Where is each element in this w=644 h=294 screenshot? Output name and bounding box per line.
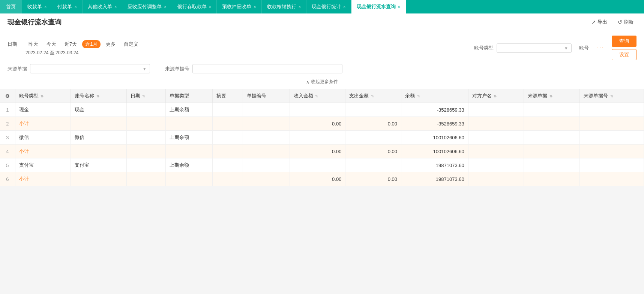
col-account-type[interactable]: 账号类型 ⇅ (15, 89, 71, 103)
nav-tab-close-1[interactable]: × (74, 4, 77, 9)
col-date[interactable]: 日期 ⇅ (126, 89, 165, 103)
nav-tab-8[interactable]: 现金银行流水查询 × (351, 0, 406, 13)
table-row[interactable]: 3微信微信上期余额100102606.60 (0, 131, 644, 145)
col-counterparty[interactable]: 对方户名 ⇅ (468, 89, 524, 103)
source-doc-select[interactable]: ▾ (30, 64, 150, 73)
collapse-label: 收起更多条件 (311, 79, 338, 85)
sort-date-icon: ⇅ (142, 94, 145, 98)
cell-summary (212, 158, 243, 172)
query-button[interactable]: 查询 (612, 36, 636, 47)
source-doc-num-input[interactable] (192, 64, 342, 73)
nav-tab-close-5[interactable]: × (254, 4, 256, 9)
cell-num: 5 (0, 158, 15, 172)
cell-date (126, 131, 165, 145)
cell-expense: 0.00 (345, 117, 401, 131)
nav-tab-close-2[interactable]: × (114, 4, 117, 9)
nav-tab-close-0[interactable]: × (44, 4, 47, 9)
table-row[interactable]: 2小计0.000.00-3528659.33 (0, 117, 644, 131)
col-source-doc-no[interactable]: 来源单据号 ⇅ (579, 89, 644, 103)
date-opt-more[interactable]: 更多 (103, 40, 119, 48)
export-button[interactable]: ↗ 导出 (588, 17, 610, 27)
nav-tab-close-3[interactable]: × (164, 4, 166, 9)
nav-tab-close-6[interactable]: × (299, 4, 301, 9)
nav-tab-7[interactable]: 现金银行统计 × (306, 0, 351, 13)
col-counterparty-label: 对方户名 (472, 93, 492, 98)
collapse-filter-bar[interactable]: ∧ 收起更多条件 (8, 77, 636, 86)
cell-counterparty (468, 158, 524, 172)
col-doc-type[interactable]: 单据类型 (165, 89, 212, 103)
nav-home[interactable]: 首页 (0, 0, 22, 13)
col-income[interactable]: 收入金额 ⇅ (290, 89, 345, 103)
cell-expense: 0.00 (345, 172, 401, 186)
settings-button[interactable]: 设置 (612, 49, 636, 60)
cell-doc-type: 上期余额 (165, 103, 212, 117)
nav-tab-close-4[interactable]: × (209, 4, 211, 9)
nav-tab-label-2: 其他收入单 (88, 3, 112, 10)
table-row[interactable]: 1现金现金上期余额-3528659.33 (0, 103, 644, 117)
export-label: 导出 (597, 19, 607, 25)
col-balance-label: 余额 (405, 93, 415, 98)
col-doc-no[interactable]: 单据编号 (243, 89, 290, 103)
col-summary[interactable]: 摘要 (212, 89, 243, 103)
nav-tab-6[interactable]: 收款核销执行 × (262, 0, 306, 13)
account-ellipsis-button[interactable]: ··· (597, 45, 604, 51)
date-opt-custom[interactable]: 自定义 (121, 40, 141, 48)
cell-balance: 100102606.60 (401, 145, 468, 158)
cell-date (126, 103, 165, 117)
sort-balance-icon: ⇅ (417, 94, 420, 98)
col-income-label: 收入金额 (294, 93, 313, 98)
nav-tab-close-8[interactable]: × (398, 4, 400, 9)
col-source-doc[interactable]: 来源单据 ⇅ (524, 89, 580, 103)
table-row[interactable]: 5支付宝支付宝上期余额19871073.60 (0, 158, 644, 172)
nav-tab-4[interactable]: 银行存取款单 × (172, 0, 217, 13)
nav-tab-0[interactable]: 收款单 × (22, 0, 52, 13)
col-balance[interactable]: 余额 ⇅ (401, 89, 468, 103)
col-doc-no-label: 单据编号 (247, 93, 266, 98)
date-opt-1month[interactable]: 近1月 (82, 40, 101, 48)
nav-tab-label-0: 收款单 (27, 3, 42, 10)
chevron-down-icon: ▾ (565, 45, 567, 51)
table-row[interactable]: 4小计0.000.00100102606.60 (0, 145, 644, 158)
nav-tab-close-7[interactable]: × (343, 4, 345, 9)
cell-num: 3 (0, 131, 15, 145)
cell-source-doc-no (579, 103, 644, 117)
nav-tab-5[interactable]: 预收冲应收单 × (217, 0, 261, 13)
nav-tab-label-4: 银行存取款单 (177, 3, 207, 10)
cell-account-name: 支付宝 (71, 158, 127, 172)
nav-tab-label-3: 应收应付调整单 (128, 3, 162, 10)
date-opt-today[interactable]: 今天 (44, 40, 59, 48)
nav-tab-1[interactable]: 付款单 × (52, 0, 82, 13)
cell-summary (212, 103, 243, 117)
cell-doc-type: 上期余额 (165, 158, 212, 172)
date-options: 昨天 今天 近7天 近1月 更多 自定义 (26, 40, 141, 48)
cell-counterparty (468, 145, 524, 158)
cell-account-name (71, 145, 127, 158)
data-table: ⚙ 账号类型 ⇅ 账号名称 ⇅ 日期 ⇅ 单据类型 摘要 (0, 89, 644, 186)
cell-expense (345, 103, 401, 117)
cell-account-type: 支付宝 (15, 158, 71, 172)
table-row[interactable]: 6小计0.000.0019871073.60 (0, 172, 644, 186)
date-range-display: 2023-02-24 至 2023-03-24 (26, 50, 141, 56)
nav-tab-3[interactable]: 应收应付调整单 × (122, 0, 172, 13)
col-account-name[interactable]: 账号名称 ⇅ (71, 89, 127, 103)
nav-tab-2[interactable]: 其他收入单 × (83, 0, 122, 13)
refresh-icon: ↺ (618, 19, 622, 25)
cell-source-doc-no (579, 117, 644, 131)
source-doc-label: 来源单据 (8, 66, 27, 72)
cell-account-type: 小计 (15, 172, 71, 186)
date-opt-7days[interactable]: 近7天 (62, 40, 80, 48)
cell-account-type: 微信 (15, 131, 71, 145)
cell-summary (212, 145, 243, 158)
cell-balance: 19871073.60 (401, 172, 468, 186)
refresh-button[interactable]: ↺ 刷新 (615, 17, 636, 27)
cell-balance: -3528659.33 (401, 117, 468, 131)
col-source-doc-no-label: 来源单据号 (584, 93, 608, 98)
col-expense[interactable]: 支出金额 ⇅ (345, 89, 401, 103)
col-gear[interactable]: ⚙ (0, 89, 15, 103)
sort-source-doc-no-icon: ⇅ (610, 94, 613, 98)
filter-row-2: 来源单据 ▾ 来源单据号 (8, 64, 636, 73)
date-opt-yesterday[interactable]: 昨天 (26, 40, 41, 48)
account-type-select[interactable]: ▾ (497, 43, 572, 53)
cell-summary (212, 131, 243, 145)
filter-row-1: 日期 昨天 今天 近7天 近1月 更多 自定义 2023-02-24 至 202… (8, 36, 636, 60)
